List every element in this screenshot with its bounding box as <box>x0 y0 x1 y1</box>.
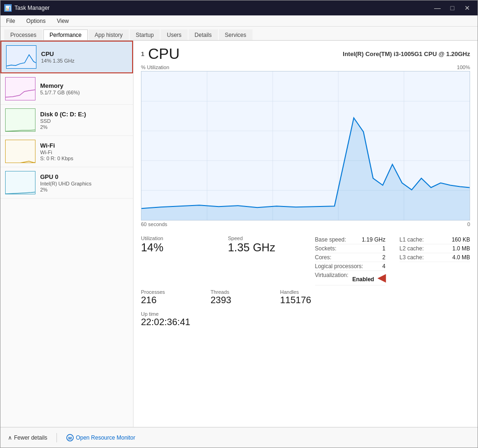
stat-handles: Handles 115176 <box>280 289 340 306</box>
l1-val: 160 KB <box>452 236 470 243</box>
panel-number: 1 <box>141 50 144 57</box>
right-panel: 1 CPU Intel(R) Core(TM) i3-1005G1 CPU @ … <box>134 41 478 427</box>
processes-value: 216 <box>141 295 201 306</box>
menu-file[interactable]: File <box>4 17 17 25</box>
menu-bar: File Options View <box>0 15 478 27</box>
sidebar-item-cpu[interactable]: CPU 14% 1.35 GHz <box>0 41 133 73</box>
cpu-thumbnail <box>6 45 36 69</box>
l2-key: L2 cache: <box>400 245 424 252</box>
memory-info: Memory 5.1/7.7 GB (66%) <box>40 82 128 95</box>
menu-view[interactable]: View <box>55 17 71 25</box>
cpu-name: CPU <box>41 50 127 57</box>
open-resource-monitor-link[interactable]: M Open Resource Monitor <box>66 434 135 441</box>
disk-thumbnail <box>5 108 35 132</box>
info-row-sockets: Sockets: 1 <box>315 244 386 253</box>
close-button[interactable]: ✕ <box>461 3 474 13</box>
red-arrow-icon: ◀ <box>378 272 386 284</box>
info-row-logical: Logical processors: 4 <box>315 262 386 271</box>
memory-name: Memory <box>40 82 128 89</box>
tab-startup[interactable]: Startup <box>130 29 160 40</box>
sockets-key: Sockets: <box>315 245 337 252</box>
sidebar-item-disk[interactable]: Disk 0 (C: D: E:) SSD 2% <box>0 105 133 136</box>
menu-options[interactable]: Options <box>24 17 47 25</box>
info-grid: Base speed: 1.19 GHz L1 cache: 160 KB So… <box>315 235 471 285</box>
stat-speed: Speed 1.35 GHz <box>228 235 305 285</box>
title-bar-left: 📊 Task Manager <box>4 4 49 12</box>
svg-rect-4 <box>6 171 35 194</box>
graph-y-label: % Utilization <box>141 64 169 70</box>
panel-subtitle: Intel(R) Core(TM) i3-1005G1 CPU @ 1.20GH… <box>343 50 470 57</box>
uptime-label: Up time <box>141 311 221 317</box>
gpu-info: GPU 0 Intel(R) UHD Graphics 2% <box>40 173 128 192</box>
utilization-label: Utilization <box>141 235 218 241</box>
tab-app-history[interactable]: App history <box>89 29 129 40</box>
gpu-sub1: Intel(R) UHD Graphics <box>40 181 128 186</box>
wifi-name: Wi-Fi <box>40 142 128 149</box>
info-row-virt: Virtualization: Enabled ◀ <box>315 271 386 285</box>
fewer-details-button[interactable]: ∧ Fewer details <box>8 434 47 441</box>
info-row-base-speed: Base speed: 1.19 GHz <box>315 235 386 244</box>
tab-services[interactable]: Services <box>219 29 253 40</box>
fewer-details-label: Fewer details <box>14 434 47 441</box>
sidebar-item-gpu[interactable]: GPU 0 Intel(R) UHD Graphics 2% <box>0 167 133 199</box>
info-row-l1: L1 cache: 160 KB <box>400 235 470 244</box>
sidebar-item-wifi[interactable]: Wi-Fi Wi-Fi S: 0 R: 0 Kbps <box>0 136 133 167</box>
graph-labels-top: % Utilization 100% <box>141 64 470 70</box>
stat-processes: Processes 216 <box>141 289 201 306</box>
wifi-thumbnail <box>5 140 35 163</box>
base-speed-key: Base speed: <box>315 236 346 243</box>
utilization-value: 14% <box>141 241 218 254</box>
gpu-name: GPU 0 <box>40 173 128 180</box>
cpu-sub: 14% 1.35 GHz <box>41 58 127 64</box>
tab-processes[interactable]: Processes <box>4 29 42 40</box>
sidebar-item-memory[interactable]: Memory 5.1/7.7 GB (66%) <box>0 73 133 105</box>
wifi-sub2: S: 0 R: 0 Kbps <box>40 156 128 161</box>
processes-label: Processes <box>141 289 201 295</box>
memory-thumbnail <box>5 77 35 100</box>
uptime-value: 22:02:36:41 <box>141 317 221 327</box>
virt-key: Virtualization: <box>315 272 349 284</box>
info-row-l3: L3 cache: 4.0 MB <box>400 253 470 262</box>
open-resource-monitor-label: Open Resource Monitor <box>76 434 135 441</box>
disk-info: Disk 0 (C: D: E:) SSD 2% <box>40 111 128 130</box>
panel-header: 1 CPU Intel(R) Core(TM) i3-1005G1 CPU @ … <box>141 45 470 63</box>
disk-sub2: 2% <box>40 124 128 130</box>
window-controls: — □ ✕ <box>431 3 474 13</box>
tab-users[interactable]: Users <box>161 29 187 40</box>
info-grid-container: Base speed: 1.19 GHz L1 cache: 160 KB So… <box>315 235 471 285</box>
bottom-bar: ∧ Fewer details M Open Resource Monitor <box>0 427 478 448</box>
cores-key: Cores: <box>315 254 331 261</box>
stats-row-3: Up time 22:02:36:41 <box>141 311 470 327</box>
bottom-divider <box>56 433 57 442</box>
l3-val: 4.0 MB <box>452 254 470 261</box>
maximize-button[interactable]: □ <box>446 3 459 13</box>
title-bar: 📊 Task Manager — □ ✕ <box>0 0 478 15</box>
wifi-sub1: Wi-Fi <box>40 149 128 155</box>
tab-bar: Processes Performance App history Startu… <box>0 27 478 41</box>
stat-spacer <box>350 289 470 306</box>
graph-time-left: 60 seconds <box>141 221 167 227</box>
cpu-info: CPU 14% 1.35 GHz <box>41 50 127 64</box>
l1-key: L1 cache: <box>400 236 424 243</box>
app-icon: 📊 <box>4 4 12 12</box>
handles-label: Handles <box>280 289 340 295</box>
cpu-graph <box>141 71 470 220</box>
svg-rect-2 <box>6 109 35 132</box>
gpu-thumbnail <box>5 171 35 194</box>
memory-sub: 5.1/7.7 GB (66%) <box>40 90 128 95</box>
graph-container: % Utilization 100% <box>141 64 470 232</box>
tab-performance[interactable]: Performance <box>43 29 88 40</box>
cores-val: 2 <box>382 254 386 261</box>
threads-value: 2393 <box>211 295 271 306</box>
graph-time-labels: 60 seconds 0 <box>141 221 470 227</box>
stats-row-2: Processes 216 Threads 2393 Handles 11517… <box>141 289 470 306</box>
tab-details[interactable]: Details <box>189 29 218 40</box>
task-manager-window: 📊 Task Manager — □ ✕ File Options View P… <box>0 0 478 448</box>
speed-value: 1.35 GHz <box>228 241 305 254</box>
info-row-empty <box>400 262 470 271</box>
stat-uptime: Up time 22:02:36:41 <box>141 311 221 327</box>
graph-time-right: 0 <box>467 221 470 227</box>
minimize-button[interactable]: — <box>431 3 444 13</box>
wifi-info: Wi-Fi Wi-Fi S: 0 R: 0 Kbps <box>40 142 128 161</box>
window-title: Task Manager <box>14 5 49 11</box>
